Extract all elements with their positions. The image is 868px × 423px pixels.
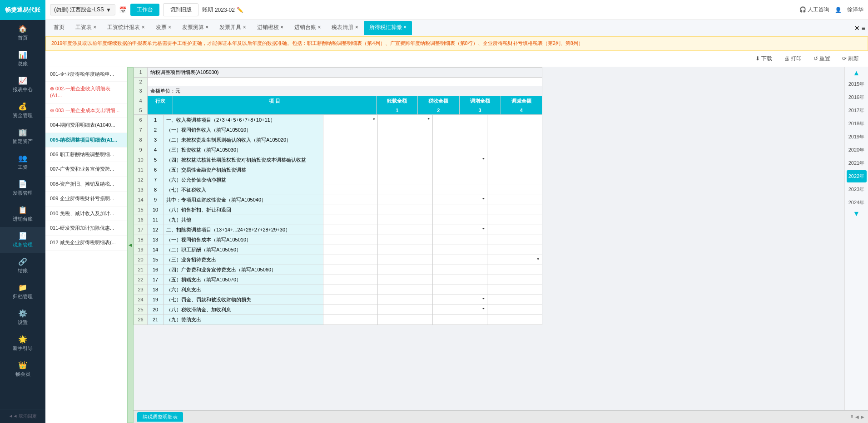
data-cell-d[interactable] [378, 155, 433, 165]
data-cell-f[interactable] [487, 205, 542, 215]
data-cell-c[interactable] [323, 135, 378, 145]
data-cell-d[interactable]: * [378, 115, 433, 125]
data-cell-c[interactable] [323, 315, 378, 325]
sidebar-item-settings[interactable]: ⚙️ 设置 [0, 305, 45, 330]
left-item-001[interactable]: 001-企业所得税年度纳税申... [45, 67, 127, 82]
data-cell-e[interactable] [432, 145, 487, 155]
left-item-009[interactable]: 009-企业所得税财补亏损明... [45, 192, 127, 206]
data-cell-d[interactable] [378, 175, 433, 185]
data-cell-e[interactable] [432, 175, 487, 185]
data-cell-c[interactable] [323, 205, 378, 215]
left-item-005[interactable]: 005-纳税调整项目明细表(A1... [45, 133, 127, 148]
data-cell-f[interactable]: * [487, 255, 542, 265]
year-2019[interactable]: 2019年 [847, 131, 867, 143]
data-cell-d[interactable] [378, 255, 433, 265]
company-selector[interactable]: (勿删) 江西股金-LSS ▼ [50, 4, 115, 15]
year-2016[interactable]: 2016年 [847, 91, 867, 103]
data-cell-c[interactable] [323, 185, 378, 195]
data-cell-f[interactable] [487, 285, 542, 295]
print-button[interactable]: 🖨 打印 [780, 54, 805, 64]
data-cell-d[interactable] [378, 245, 433, 255]
data-cell-f[interactable] [487, 185, 542, 195]
tab-purchase-check[interactable]: 进销橙校 × [252, 21, 289, 35]
left-item-004[interactable]: 004-期间费用明细表(A1040... [45, 118, 127, 133]
data-cell-c[interactable] [323, 165, 378, 175]
left-item-012[interactable]: 012-减免企业所得税明细表(... [45, 236, 127, 250]
data-cell-e[interactable] [432, 215, 487, 225]
left-item-010[interactable]: 010-免税、减计收入及加计... [45, 207, 127, 221]
data-cell-e[interactable] [432, 115, 487, 125]
data-cell-d[interactable] [378, 215, 433, 225]
more-tabs-icon[interactable]: ≡ [862, 25, 865, 32]
data-cell-e[interactable] [432, 245, 487, 255]
scroll-left-icon[interactable]: ◀ [855, 414, 859, 419]
left-item-002[interactable]: ⊗ 002-一般企业收入明细表(A1... [45, 82, 127, 103]
sidebar-item-invoice[interactable]: 📄 发票管理 [0, 175, 45, 201]
data-cell-f[interactable] [487, 245, 542, 255]
data-cell-f[interactable] [487, 175, 542, 185]
data-cell-e[interactable]: * [432, 225, 487, 235]
left-item-003[interactable]: ⊗ 003-一般企业成本支出明细... [45, 103, 127, 118]
year-2020[interactable]: 2020年 [847, 144, 867, 156]
data-cell-c[interactable] [323, 155, 378, 165]
data-cell-d[interactable] [378, 225, 433, 235]
edit-period-icon[interactable]: ✏️ [237, 7, 243, 13]
sidebar-item-assets[interactable]: 🏢 固定资产 [0, 123, 45, 149]
data-cell-f[interactable] [487, 305, 542, 315]
prev-version-button[interactable]: 切到旧版 [163, 3, 198, 16]
data-cell-f[interactable] [487, 115, 542, 125]
sidebar-item-close[interactable]: 🔗 结账 [0, 253, 45, 279]
data-cell-e[interactable] [432, 165, 487, 175]
download-button[interactable]: ⬇ 下载 [752, 54, 776, 64]
data-cell-c[interactable] [323, 265, 378, 275]
year-2022[interactable]: 2022年 [847, 170, 867, 182]
data-cell-c[interactable] [323, 195, 378, 205]
data-cell-c[interactable] [323, 255, 378, 265]
data-cell-d[interactable] [378, 275, 433, 285]
sidebar-item-archive[interactable]: 📁 归档管理 [0, 279, 45, 305]
data-cell-c[interactable] [323, 235, 378, 245]
year-2021[interactable]: 2021年 [847, 157, 867, 169]
data-cell-e[interactable]: * [432, 195, 487, 205]
sidebar-item-vip[interactable]: 👑 畅会员 [0, 356, 45, 382]
tab-tax-list[interactable]: 税表清册 × [326, 21, 363, 35]
data-cell-d[interactable] [378, 285, 433, 295]
scroll-right-icon[interactable]: ▶ [861, 414, 864, 419]
data-cell-e[interactable] [432, 265, 487, 275]
data-cell-e[interactable]: * [432, 155, 487, 165]
data-cell-e[interactable]: * [432, 295, 487, 305]
data-cell-f[interactable] [487, 225, 542, 235]
data-cell-e[interactable] [432, 185, 487, 195]
data-cell-e[interactable] [432, 315, 487, 325]
data-cell-c[interactable] [323, 245, 378, 255]
close-tab-icon[interactable]: ✕ [854, 25, 860, 32]
data-cell-c[interactable] [323, 225, 378, 235]
data-cell-d[interactable] [378, 205, 433, 215]
sidebar-item-finance[interactable]: 💰 资金管理 [0, 98, 45, 123]
data-cell-f[interactable] [487, 145, 542, 155]
data-cell-c[interactable] [323, 305, 378, 315]
data-cell-c[interactable]: * [323, 115, 378, 125]
tab-invoice[interactable]: 发票 × [150, 21, 177, 35]
data-cell-c[interactable] [323, 285, 378, 295]
left-item-006[interactable]: 006-职工薪酬纳税调整明细... [45, 148, 127, 162]
data-cell-f[interactable] [487, 195, 542, 205]
sidebar-item-home[interactable]: 🏠 首页 [0, 20, 45, 46]
data-cell-f[interactable] [487, 265, 542, 275]
year-2017[interactable]: 2017年 [847, 104, 867, 117]
data-cell-c[interactable] [323, 295, 378, 305]
data-cell-e[interactable] [432, 205, 487, 215]
data-cell-e[interactable] [432, 135, 487, 145]
data-cell-f[interactable] [487, 235, 542, 245]
data-cell-e[interactable] [432, 235, 487, 245]
data-cell-d[interactable] [378, 145, 433, 155]
data-cell-f[interactable] [487, 155, 542, 165]
year-2023[interactable]: 2023年 [847, 183, 867, 196]
data-cell-c[interactable] [323, 175, 378, 185]
data-cell-f[interactable] [487, 135, 542, 145]
data-cell-c[interactable] [323, 145, 378, 155]
sidebar-item-tax[interactable]: 🧾 税务管理 [0, 227, 45, 253]
help-button[interactable]: 🎧 人工咨询 [799, 6, 829, 14]
workbench-button[interactable]: 工作台 [130, 4, 159, 16]
data-cell-d[interactable] [378, 135, 433, 145]
